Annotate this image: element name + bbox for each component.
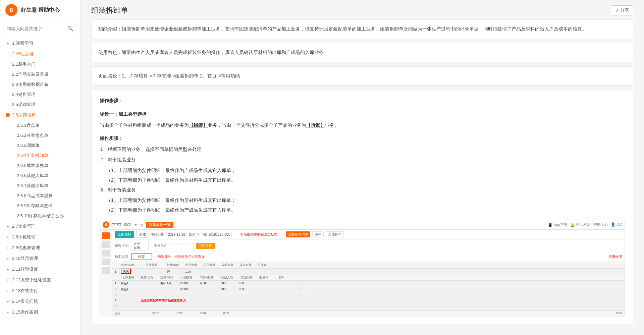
- sidebar-item-2-9[interactable]: ＋ 2.9优惠券管理: [0, 242, 80, 253]
- intro-block-1: 功能介绍：组装拆卸单用来处理企业组装或拆卸等加工业务，支持有固定装配清单的产品加…: [91, 19, 633, 39]
- sidebar-item-2-15[interactable]: ＋ 2.15操作案例: [0, 307, 80, 318]
- sidebar-item-2-3[interactable]: 2.3使用前数据准备: [0, 79, 80, 90]
- intro-block-2: 使用角色：通常由生产人员或库管人员完成拆装业务的操作，库管人员确认原材料的出库和…: [91, 43, 633, 62]
- mock-btn-new: 新建单据一览: [146, 222, 173, 228]
- mock-top-icons: 📱 App下载 🔔 帮助检测 帮助中心 👤 CC: [548, 222, 622, 227]
- plus-icon-2-13: ＋: [5, 288, 10, 293]
- mock-batch-input[interactable]: [170, 243, 194, 248]
- step-3-sub1: （1）上部明细为父件明细，最终作为原材料生成其它出库单；: [100, 196, 625, 205]
- share-icon: ↗: [615, 8, 619, 13]
- sidebar-item-2-8[interactable]: ＋ 2.8手机旺铺: [0, 232, 80, 242]
- step-3-sub2: （2）下部明细为子件明细，最终作为产成品生成其它入库单。: [100, 206, 625, 214]
- sidebar-item-2-6-6[interactable]: 2.6.6其他入库单: [0, 171, 80, 181]
- step-1: 1、根据不同的业务，选择不同单据的类型来处理: [100, 145, 625, 154]
- step-3: 3、对于拆装业务: [100, 186, 625, 194]
- nav-section: ＋ 1.视频学习 － 2.帮助文档 2.1新手入门 2.2产品安装及登录 2.3…: [0, 37, 80, 319]
- screenshot-container: 6 TEST-H002 ▼ ⚙ 新建单据一览 📱 App下载 🔔 帮助检测 帮助…: [100, 220, 625, 317]
- search-box[interactable]: 🔍: [4, 24, 76, 33]
- sidebar-item-2-4[interactable]: 2.4销售管理: [0, 90, 80, 100]
- mock-type-selector: 加工类型 组装 组装业务、拆卸业务在这里选择 启用处理: [112, 252, 625, 262]
- sidebar-item-2-6-3[interactable]: 2.6.3调拨单: [0, 141, 80, 151]
- mock-tab-new: 新建: [136, 231, 149, 238]
- mock-logo: 6: [103, 221, 109, 228]
- mock-form-area: 份数 合计 大小 1/26 批量品用 立即关闭: [112, 239, 625, 252]
- sidebar-item-2-6-2[interactable]: 2.6.2分量盘点单: [0, 130, 80, 141]
- annotation-config: 有装配清单的在这里处理: [240, 232, 277, 237]
- mock-toolbar: 全部佐料 新建 单据日期 2019-12-26 批次ID AD-20191226…: [112, 230, 625, 239]
- breadcrumb-block: 页面路径：1、库存核算->库存管理->组装拆卸单 2、首页->常用功能: [91, 66, 633, 86]
- sidebar-item-2-6-10[interactable]: 2.6.10库存账本错了么办: [0, 211, 80, 221]
- sidebar-item-2-6-9[interactable]: 2.6.9库存账本查询: [0, 201, 80, 211]
- search-input[interactable]: [7, 26, 67, 31]
- sidebar-item-2-11[interactable]: ＋ 2.11打印设置: [0, 264, 80, 275]
- sidebar-item-2-6-5[interactable]: 2.6.5成本调整单: [0, 161, 80, 171]
- mock-lower-section: *子件名称 规格/型号 规格/等级 计划数量 *实际数量 *其他入出 *其他出库…: [112, 275, 625, 310]
- breadcrumb: 页面路径：1、库存核算->库存管理->组装拆卸单 2、首页->常用功能: [98, 73, 240, 78]
- keyword-assemble: 【组装】: [189, 122, 208, 128]
- mock-lower-header: *子件名称 规格/型号 规格/等级 计划数量 *实际数量 *其他入出 *其他出库…: [112, 275, 625, 281]
- mock-confirm-btn[interactable]: 立即关闭: [196, 243, 215, 249]
- ops-title: 操作步骤：: [100, 97, 625, 105]
- sidebar-item-2-1[interactable]: 2.1新手入门: [0, 59, 80, 69]
- search-icon[interactable]: 🔍: [67, 26, 73, 31]
- mock-sidebar-icon-4: [102, 267, 110, 274]
- sidebar-item-2-5[interactable]: 2.5采购管理: [0, 100, 80, 110]
- sidebar-item-video[interactable]: ＋ 1.视频学习: [0, 38, 80, 49]
- mock-sidebar-icon-3: [102, 259, 110, 265]
- app-name: 好生意 帮助中心: [21, 7, 60, 14]
- main-content: 组装拆卸单 ↗ 分享 功能介绍：组装拆卸单用来处理企业组装或拆卸等加工业务，支持…: [80, 0, 644, 335]
- app-logo: 6: [5, 4, 17, 16]
- mock-type-value: 组装: [131, 254, 152, 260]
- sidebar-item-2-6-4[interactable]: 2.6.4组装拆卸单: [0, 151, 80, 161]
- step-2-sub1: （1）上部明细为父件明细，最终作为产成品生成其它入库单；: [100, 166, 625, 175]
- annotation-lower: 无固定装配清单的产品在这里录入: [141, 298, 186, 303]
- mock-lower-row-1: 1 商品1 4件+1件 20.00 40.00 0.00 0.00 ☐ ☐: [112, 281, 625, 287]
- content-area: 功能介绍：组装拆卸单用来处理企业组装或拆卸等加工业务，支持有固定装配清单的产品加…: [80, 19, 644, 335]
- keyword-disassemble: 【拆卸】: [306, 122, 325, 128]
- minus-icon: －: [5, 52, 10, 56]
- sidebar-header: 6 好生意 帮助中心: [0, 0, 80, 20]
- mock-tab-all: 全部佐料: [115, 231, 134, 238]
- plus-icon-2-14: ＋: [5, 299, 10, 304]
- mock-save-btn: 保存: [312, 231, 324, 237]
- sidebar-item-2-12[interactable]: ＋ 2.12系统个性化设置: [0, 275, 80, 285]
- mock-lower-row-5: 5: [112, 304, 625, 309]
- mock-footer: 合计 88.00 0.00 0.00 0.00 0.00: [112, 310, 625, 317]
- plus-icon-2-8: ＋: [5, 235, 10, 239]
- sidebar-item-2-10[interactable]: ＋ 2.10经营管理: [0, 253, 80, 264]
- sidebar-item-2-6[interactable]: 2.6库存核算: [0, 110, 80, 120]
- sidebar-item-2-2[interactable]: 2.2产品安装及登录: [0, 69, 80, 79]
- sidebar-item-2-13[interactable]: ＋ 2.13在线支付: [0, 285, 80, 296]
- scene1-desc: 当由多个子件材料组装成一个成品的业务为【组装】业务，当由一个父件拆分成多个子产品…: [100, 121, 625, 129]
- sidebar-item-2-6-1[interactable]: 2.6.1盘点单: [0, 120, 80, 130]
- plus-icon: ＋: [5, 41, 10, 46]
- mock-lower-row-4: 4 无固定装配清单的产品在这里录入: [112, 298, 625, 304]
- sidebar-item-2-7[interactable]: ＋ 2.7资金管理: [0, 221, 80, 232]
- page-title: 组装拆卸单: [91, 5, 128, 15]
- mock-select-config: 选择配料清单: [286, 231, 310, 237]
- intro-text-2: 使用角色：通常由生产人员或库管人员完成拆装业务的操作，库管人员确认原材料的出库和…: [98, 50, 324, 55]
- mock-lower-row-3: 3 ☐ ☐: [112, 293, 625, 298]
- sidebar-item-docs[interactable]: － 2.帮助文档: [0, 49, 80, 59]
- mock-action-btn: 其他操作: [326, 231, 344, 237]
- step-2: 2、对于组装业务: [100, 156, 625, 164]
- sidebar-item-2-6-8[interactable]: 2.6.8商品成本重算: [0, 191, 80, 201]
- mock-date: 2019-12-26: [166, 232, 187, 237]
- main-header: 组装拆卸单 ↗ 分享: [80, 0, 644, 19]
- minus-circle-icon: [5, 113, 10, 117]
- mock-main: 全部佐料 新建 单据日期 2019-12-26 批次ID AD-20191226…: [100, 230, 625, 317]
- mock-sidebar-icon-home: [102, 232, 110, 239]
- content-body: 操作步骤： 场景一：加工类型选择 当由多个子件材料组装成一个成品的业务为【组装】…: [91, 90, 633, 324]
- share-button[interactable]: ↗ 分享: [611, 5, 633, 15]
- mock-upper-table-header: *父件名称 父件规格 计量单位 生产数量 工序数量 成品金额 成本金额 可库存: [112, 262, 625, 269]
- sidebar-item-2-6-7[interactable]: 2.6.7其他出库单: [0, 181, 80, 191]
- sidebar-item-2-14[interactable]: ＋ 2.14常见问题: [0, 296, 80, 307]
- svg-rect-1: [7, 115, 9, 115]
- mock-batch-id: AD-20191226-001: [201, 232, 232, 237]
- annotation-qty: 启用处理: [608, 255, 622, 259]
- intro-text-1: 功能介绍：组装拆卸单用来处理企业组装或拆卸等加工业务，支持有固定装配清单的产品加…: [98, 26, 587, 32]
- plus-icon-2-9: ＋: [5, 245, 10, 250]
- mock-lower-row-2: 2 商品2 30.00 0.00 0.00 ☐ ☐: [112, 287, 625, 293]
- plus-icon-2-11: ＋: [5, 267, 10, 272]
- mock-form-content: 全部佐料 新建 单据日期 2019-12-26 批次ID AD-20191226…: [112, 230, 625, 317]
